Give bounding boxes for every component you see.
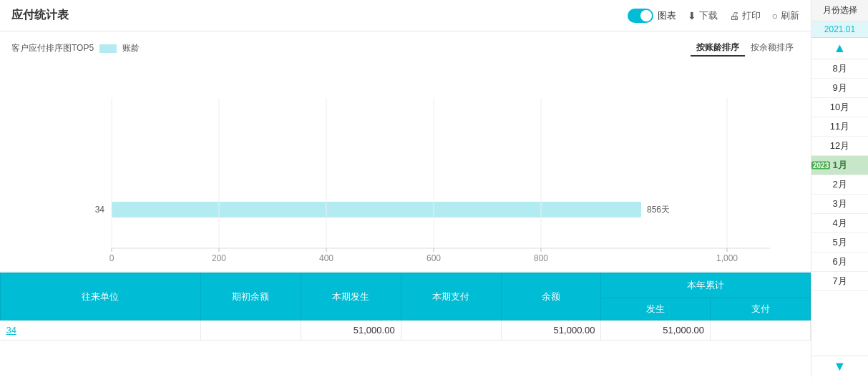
chart-toggle-label: 图表 [658, 9, 676, 22]
chart-header: 客户应付排序图TOP5 账龄 按账龄排序 按余额排序 [11, 40, 799, 57]
sidebar-month-7[interactable]: 7月 [811, 272, 868, 291]
cell-unit[interactable]: 34 [1, 320, 201, 341]
sidebar-month-6[interactable]: 6月 [811, 253, 868, 272]
table-header-row-1: 往来单位 期初余额 本期发生 本期支付 余额 本年累计 [1, 273, 811, 298]
cell-period-occur: 51,000.00 [301, 320, 401, 341]
table-row: 34 51,000.00 51,000.00 51,000.00 [1, 320, 811, 341]
legend-text: 客户应付排序图TOP5 [11, 42, 94, 54]
legend-box [99, 44, 117, 53]
col-header-balance: 余额 [501, 273, 601, 320]
page-title: 应付统计表 [11, 8, 69, 23]
svg-text:400: 400 [319, 253, 333, 263]
col-header-ytd-occur: 发生 [601, 298, 711, 320]
year-tag-2023: 2023 [811, 162, 830, 170]
cell-period-balance [200, 320, 301, 341]
sidebar: 月份选择 2021.01 ▲ 8月 9月 10月 11月 12月 2023 1月… [811, 0, 868, 377]
sidebar-month-2[interactable]: 2月 [811, 175, 868, 195]
table-body: 34 51,000.00 51,000.00 51,000.00 [1, 320, 811, 341]
svg-text:800: 800 [534, 253, 548, 263]
download-icon: ⬇ [688, 10, 696, 21]
svg-text:34: 34 [95, 205, 105, 215]
sidebar-month-12[interactable]: 12月 [811, 137, 868, 156]
data-table: 往来单位 期初余额 本期发生 本期支付 余额 本年累计 发生 支付 34 51,… [0, 273, 811, 341]
col-header-period-pay: 本期支付 [401, 273, 501, 320]
refresh-icon: ○ [772, 10, 778, 21]
chart-area: 客户应付排序图TOP5 账龄 按账龄排序 按余额排序 34 856天 0 [0, 31, 811, 271]
sidebar-nav-down-button[interactable]: ▼ [811, 356, 868, 377]
sidebar-month-4[interactable]: 4月 [811, 214, 868, 233]
sort-by-amount-button[interactable]: 按余额排序 [745, 40, 799, 57]
svg-text:200: 200 [212, 253, 226, 263]
col-header-ytd: 本年累计 [601, 273, 811, 298]
download-button[interactable]: ⬇ 下载 [688, 9, 718, 22]
refresh-label: 刷新 [781, 9, 799, 22]
svg-rect-1 [112, 202, 641, 217]
legend-box-label: 账龄 [122, 42, 140, 54]
cell-period-pay [401, 320, 501, 341]
sidebar-month-11[interactable]: 11月 [811, 117, 868, 137]
chart-sort: 按账龄排序 按余额排序 [691, 40, 799, 57]
col-header-period-balance: 期初余额 [200, 273, 301, 320]
sidebar-nav-up-button[interactable]: ▲ [811, 38, 868, 59]
svg-text:856天: 856天 [647, 205, 670, 215]
col-header-ytd-pay: 支付 [711, 298, 811, 320]
cell-ytd-occur: 51,000.00 [601, 320, 711, 341]
refresh-button[interactable]: ○ 刷新 [772, 9, 799, 22]
sidebar-month-3[interactable]: 3月 [811, 195, 868, 214]
chart-svg-wrap: 34 856天 0 200 400 600 800 1,000 [11, 62, 799, 263]
download-label: 下载 [699, 9, 718, 22]
print-button[interactable]: 🖨 打印 [729, 9, 761, 22]
sidebar-month-5[interactable]: 5月 [811, 233, 868, 253]
table-area: 往来单位 期初余额 本期发生 本期支付 余额 本年累计 发生 支付 34 51,… [0, 273, 811, 377]
sidebar-months-list: 8月 9月 10月 11月 12月 2023 1月 2月 3月 4月 5月 6月… [811, 59, 868, 356]
sidebar-month-9[interactable]: 9月 [811, 79, 868, 98]
cell-ytd-pay [711, 320, 811, 341]
bar-chart: 34 856天 0 200 400 600 800 1,000 [11, 62, 811, 263]
print-label: 打印 [742, 9, 761, 22]
chevron-up-icon: ▲ [834, 41, 847, 56]
sidebar-header: 月份选择 [811, 0, 868, 21]
chart-toggle-wrap: 图表 [628, 9, 676, 23]
sidebar-month-1-2023[interactable]: 2023 1月 [811, 156, 868, 175]
chevron-down-icon: ▼ [834, 359, 847, 374]
svg-text:600: 600 [426, 253, 441, 263]
sidebar-date[interactable]: 2021.01 [811, 21, 868, 38]
page-header: 应付统计表 图表 ⬇ 下载 🖨 打印 ○ 刷新 [0, 0, 811, 31]
col-header-period-occur: 本期发生 [301, 273, 401, 320]
sidebar-month-8[interactable]: 8月 [811, 59, 868, 79]
chart-toggle[interactable] [628, 9, 653, 23]
sidebar-month-10[interactable]: 10月 [811, 98, 868, 117]
sort-by-balance-button[interactable]: 按账龄排序 [691, 40, 745, 57]
chart-legend: 客户应付排序图TOP5 账龄 [11, 42, 140, 54]
svg-text:1,000: 1,000 [716, 253, 738, 263]
svg-text:0: 0 [109, 253, 114, 263]
print-icon: 🖨 [729, 10, 739, 21]
cell-balance: 51,000.00 [501, 320, 601, 341]
col-header-unit: 往来单位 [1, 273, 201, 320]
header-actions: 图表 ⬇ 下载 🖨 打印 ○ 刷新 [628, 9, 799, 23]
